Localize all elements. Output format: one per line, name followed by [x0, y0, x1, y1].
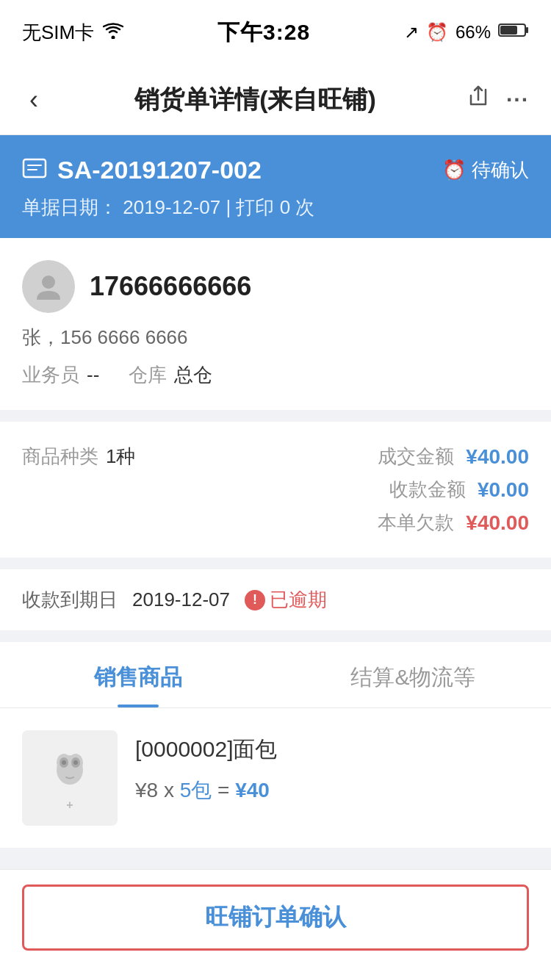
- status-bar-time: 下午3:28: [217, 18, 310, 48]
- order-icon: [22, 156, 47, 184]
- status-text: 待确认: [472, 157, 529, 183]
- product-equals: =: [217, 779, 235, 801]
- svg-point-12: [73, 760, 78, 765]
- overdue-icon: !: [245, 590, 265, 610]
- tabs-header: 销售商品 结算&物流等: [0, 642, 551, 708]
- customer-name: 张，156 6666 6666: [22, 325, 529, 350]
- warehouse-value: 总仓: [174, 362, 212, 388]
- collected-amount-label: 收款金额: [389, 477, 466, 502]
- warehouse-label: 仓库: [129, 362, 167, 388]
- collected-amount-row: 收款金额 ¥0.00: [389, 477, 529, 502]
- back-button[interactable]: ‹: [22, 77, 46, 123]
- customer-phone: 17666666666: [90, 271, 251, 302]
- customer-section: 17666666666 张，156 6666 6666 业务员 -- 仓库 总仓: [0, 238, 551, 410]
- battery-label: 66%: [455, 22, 491, 43]
- product-total: ¥40: [235, 779, 270, 801]
- tabs-section: 销售商品 结算&物流等: [0, 642, 551, 848]
- product-name: [0000002]面包: [135, 735, 529, 765]
- thumb-plus-label: +: [66, 799, 73, 812]
- nav-bar: ‹ 销货单详情(来自旺铺) ···: [0, 65, 551, 135]
- alarm-icon: ⏰: [426, 22, 448, 43]
- product-price-row: ¥8 x 5包 = ¥40: [135, 777, 529, 804]
- print-count: 0: [280, 196, 290, 218]
- order-date-separator: |: [226, 196, 236, 218]
- product-quantity: 5包: [180, 779, 212, 801]
- type-label: 商品种类: [22, 444, 98, 469]
- order-date-label: 单据日期：: [22, 196, 118, 218]
- carrier-label: 无SIM卡: [22, 20, 94, 46]
- deal-amount-label: 成交金额: [378, 444, 454, 469]
- bottom-bar: 旺铺订单确认: [0, 869, 551, 980]
- overdue-text: 已逾期: [270, 587, 327, 613]
- svg-rect-4: [24, 159, 46, 177]
- product-thumbnail: +: [22, 730, 118, 826]
- summary-amounts: 成交金额 ¥40.00 收款金额 ¥0.00 本单欠款 ¥40.00: [378, 444, 529, 536]
- tab-sales-products[interactable]: 销售商品: [0, 642, 276, 707]
- order-summary: 商品种类 1种 成交金额 ¥40.00 收款金额 ¥0.00 本单欠款 ¥40.…: [0, 422, 551, 558]
- nav-actions: ···: [465, 84, 529, 116]
- warehouse-item: 仓库 总仓: [129, 362, 212, 388]
- order-date-row: 单据日期： 2019-12-07 | 打印 0 次: [22, 195, 529, 220]
- due-date-label: 收款到期日: [22, 587, 118, 613]
- order-date-value: 2019-12-07: [123, 196, 220, 218]
- order-number: SA-20191207-002: [22, 156, 262, 184]
- print-suffix: 次: [295, 196, 314, 218]
- avatar: [22, 260, 75, 313]
- sales-item: 业务员 --: [22, 362, 99, 388]
- svg-point-11: [62, 760, 66, 765]
- share-icon[interactable]: [465, 84, 491, 116]
- svg-point-5: [42, 275, 55, 289]
- product-item: + [0000002]面包 ¥8 x 5包 = ¥40: [22, 730, 529, 826]
- owed-amount-label: 本单欠款: [378, 510, 454, 536]
- order-status: ⏰ 待确认: [442, 157, 529, 183]
- overdue-badge: ! 已逾期: [245, 587, 327, 613]
- product-price: ¥8: [135, 779, 158, 801]
- deal-amount-row: 成交金额 ¥40.00: [378, 444, 529, 469]
- wifi-icon: [103, 21, 123, 44]
- more-button[interactable]: ···: [506, 87, 529, 112]
- location-icon: ↗: [404, 22, 419, 43]
- due-date-value: 2019-12-07: [132, 588, 230, 611]
- customer-meta: 业务员 -- 仓库 总仓: [22, 362, 529, 388]
- sales-value: --: [87, 364, 99, 386]
- status-bar-left: 无SIM卡: [22, 20, 123, 46]
- deal-amount-value: ¥40.00: [466, 445, 529, 469]
- print-label: 打印: [236, 196, 274, 218]
- product-multiply: x: [164, 779, 180, 801]
- status-bar: 无SIM卡 下午3:28 ↗ ⏰ 66%: [0, 0, 551, 65]
- collected-amount-value: ¥0.00: [478, 478, 529, 502]
- tab-settlement[interactable]: 结算&物流等: [276, 642, 551, 707]
- page-title: 销货单详情(来自旺铺): [46, 83, 465, 117]
- svg-rect-2: [526, 27, 528, 33]
- product-list: + [0000002]面包 ¥8 x 5包 = ¥40: [0, 708, 551, 848]
- battery-icon: [498, 22, 529, 43]
- svg-rect-3: [500, 26, 517, 35]
- order-header: SA-20191207-002 ⏰ 待确认 单据日期： 2019-12-07 |…: [0, 135, 551, 238]
- confirm-order-button[interactable]: 旺铺订单确认: [22, 884, 529, 951]
- status-clock-icon: ⏰: [442, 159, 466, 181]
- due-date-section: 收款到期日 2019-12-07 ! 已逾期: [0, 569, 551, 630]
- type-value: 1种: [106, 444, 135, 469]
- product-info: [0000002]面包 ¥8 x 5包 = ¥40: [135, 730, 529, 804]
- order-number-text: SA-20191207-002: [57, 156, 262, 184]
- svg-point-0: [112, 35, 115, 39]
- owed-amount-value: ¥40.00: [466, 511, 529, 535]
- owed-amount-row: 本单欠款 ¥40.00: [378, 510, 529, 536]
- summary-type: 商品种类 1种: [22, 444, 135, 469]
- customer-row: 17666666666: [22, 260, 529, 313]
- sales-label: 业务员: [22, 362, 79, 388]
- status-bar-right: ↗ ⏰ 66%: [404, 22, 529, 43]
- product-thumb-owl-icon: [48, 745, 92, 796]
